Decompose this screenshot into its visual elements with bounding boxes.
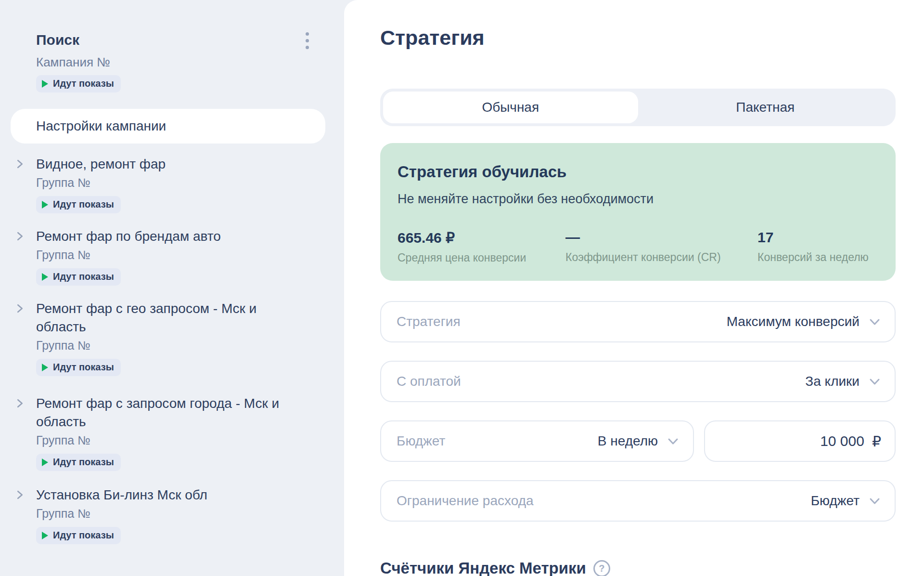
campaign-settings-label: Настройки кампании	[36, 118, 166, 134]
budget-period-select[interactable]: Бюджет В неделю	[380, 420, 694, 462]
stat-weekly-conversions: 17 Конверсий за неделю	[757, 229, 878, 264]
stat-value: —	[565, 229, 757, 246]
chevron-down-icon	[868, 315, 881, 328]
chevron-right-icon	[14, 489, 26, 502]
group-status-badge: Идут показы	[36, 268, 121, 286]
group-title: Ремонт фар с запросом города - Мск и обл…	[36, 394, 284, 431]
campaign-status-badge: Идут показы	[36, 75, 121, 92]
group-title: Видное, ремонт фар	[36, 155, 284, 173]
sidebar: Поиск Кампания № Идут показы Настройки к…	[0, 0, 344, 576]
group-title: Установка Би-линз Мск обл	[36, 486, 284, 504]
play-icon	[42, 532, 48, 539]
metrika-section-heading: Счётчики Яндекс Метрики ?	[380, 559, 610, 576]
tab-regular[interactable]: Обычная	[383, 92, 638, 123]
campaign-settings-page: Поиск Кампания № Идут показы Настройки к…	[0, 0, 924, 576]
field-label: Бюджет	[397, 433, 445, 449]
play-icon	[42, 80, 48, 88]
campaign-title[interactable]: Поиск	[36, 32, 79, 48]
stat-value: 665.46 ₽	[398, 229, 565, 246]
group-id-label: Группа №	[36, 339, 284, 353]
card-title: Стратегия обучилась	[398, 162, 878, 182]
metrika-heading-text: Счётчики Яндекс Метрики	[380, 559, 586, 576]
chevron-right-icon	[14, 303, 26, 316]
help-question-icon[interactable]: ?	[593, 560, 610, 576]
budget-amount-input[interactable]: 10 000 ₽	[704, 420, 896, 462]
campaign-id-label: Кампания №	[36, 55, 110, 70]
sidebar-group-item[interactable]: Ремонт фар с запросом города - Мск и обл…	[0, 394, 325, 471]
group-status-text: Идут показы	[53, 457, 114, 468]
chevron-down-icon	[868, 495, 881, 508]
sidebar-group-item[interactable]: Установка Би-линз Мск обл Группа № Идут …	[0, 486, 325, 544]
group-status-badge: Идут показы	[36, 359, 121, 376]
group-id-label: Группа №	[36, 176, 284, 190]
field-label: Ограничение расхода	[397, 493, 534, 509]
stat-label: Коэффициент конверсии (CR)	[565, 251, 757, 264]
group-status-badge: Идут показы	[36, 196, 121, 213]
group-title: Ремонт фар по брендам авто	[36, 227, 284, 246]
kebab-menu-icon[interactable]	[298, 29, 316, 52]
campaign-status-text: Идут показы	[53, 78, 114, 89]
play-icon	[42, 458, 48, 466]
field-value: Максимум конверсий	[727, 314, 860, 329]
page-title: Стратегия	[380, 26, 485, 50]
group-status-text: Идут показы	[53, 199, 114, 210]
chevron-down-icon	[667, 435, 680, 448]
stat-conversion-rate: — Коэффициент конверсии (CR)	[565, 229, 757, 264]
payment-select[interactable]: С оплатой За клики	[380, 361, 896, 402]
stat-label: Средняя цена конверсии	[398, 251, 565, 264]
sidebar-group-item[interactable]: Ремонт фар по брендам авто Группа № Идут…	[0, 227, 325, 286]
sidebar-group-item[interactable]: Ремонт фар с гео запросом - Мск и област…	[0, 300, 325, 376]
group-title: Ремонт фар с гео запросом - Мск и област…	[36, 300, 284, 336]
chevron-right-icon	[14, 398, 26, 411]
sidebar-group-item[interactable]: Видное, ремонт фар Группа № Идут показы	[0, 155, 325, 213]
sidebar-item-campaign-settings[interactable]: Настройки кампании	[11, 109, 325, 144]
group-id-label: Группа №	[36, 433, 284, 447]
chevron-down-icon	[868, 375, 881, 388]
strategy-select[interactable]: Стратегия Максимум конверсий	[380, 301, 896, 342]
field-value: Бюджет	[811, 493, 860, 509]
group-status-text: Идут показы	[53, 271, 114, 282]
stat-avg-conversion-cost: 665.46 ₽ Средняя цена конверсии	[398, 229, 565, 264]
strategy-mode-tabs: Обычная Пакетная	[380, 89, 896, 126]
play-icon	[42, 273, 48, 281]
chevron-right-icon	[14, 158, 26, 171]
stat-value: 17	[757, 229, 878, 246]
field-value: За клики	[805, 374, 860, 389]
group-id-label: Группа №	[36, 248, 284, 262]
play-icon	[42, 201, 48, 209]
main-panel: Стратегия Обычная Пакетная Стратегия обу…	[344, 0, 924, 576]
card-stats: 665.46 ₽ Средняя цена конверсии — Коэффи…	[398, 229, 878, 264]
card-subtitle: Не меняйте настройки без необходимости	[398, 191, 878, 207]
strategy-learned-card: Стратегия обучилась Не меняйте настройки…	[380, 143, 896, 281]
field-value: В неделю	[598, 433, 658, 449]
stat-label: Конверсий за неделю	[757, 251, 878, 264]
budget-amount-value: 10 000	[820, 433, 864, 449]
play-icon	[42, 364, 48, 371]
group-status-badge: Идут показы	[36, 527, 121, 544]
field-label: Стратегия	[397, 314, 461, 329]
chevron-right-icon	[14, 231, 26, 244]
group-status-badge: Идут показы	[36, 454, 121, 471]
group-status-text: Идут показы	[53, 530, 114, 541]
tab-package[interactable]: Пакетная	[638, 92, 893, 123]
spend-limit-select[interactable]: Ограничение расхода Бюджет	[380, 480, 896, 522]
field-label: С оплатой	[397, 374, 461, 389]
group-status-text: Идут показы	[53, 362, 114, 373]
group-id-label: Группа №	[36, 507, 284, 521]
currency-ruble-sign: ₽	[872, 433, 881, 450]
